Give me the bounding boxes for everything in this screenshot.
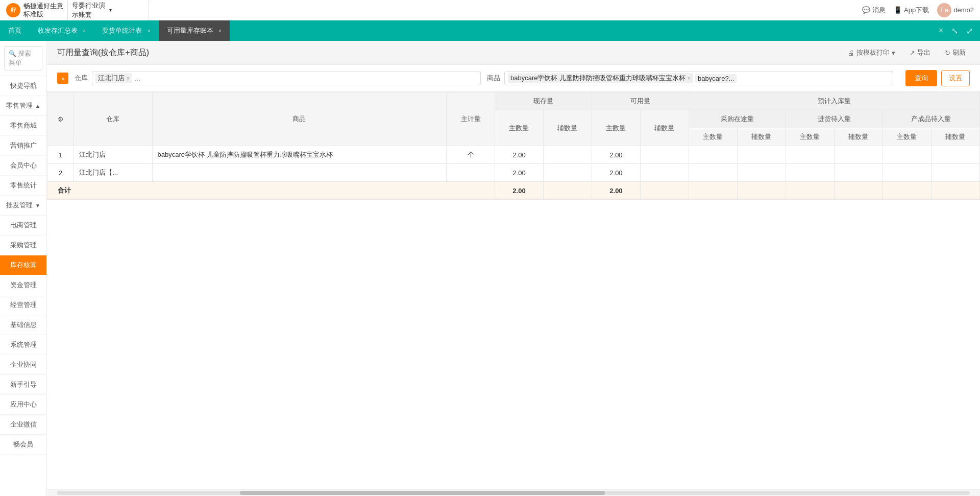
query-btn[interactable]: 查询 [905,70,937,86]
settings-column-header[interactable]: ⚙ [47,92,74,146]
sidebar-item-system-mgmt[interactable]: 系统管理 [0,335,46,355]
sidebar-item-member-club[interactable]: 畅会员 [0,435,46,455]
scrollbar-thumb[interactable] [240,491,605,495]
row-purchase-main-2 [689,164,737,182]
sidebar: 🔍 搜索菜单 快捷导航 零售管理 ▲ 零售商城 营销推广 会员中心 零售统计 批… [0,41,47,496]
horizontal-scrollbar[interactable] [47,489,980,496]
sidebar-item-member-center[interactable]: 会员中心 [0,156,46,176]
footer-label: 合计 [47,182,495,200]
footer-avail-aux [640,182,689,200]
row-incoming-main-2 [786,164,834,182]
sidebar-item-basic-info[interactable]: 基础信息 [0,315,46,335]
sidebar-item-app-center[interactable]: 应用中心 [0,395,46,415]
user-menu[interactable]: Ea demo2 [937,3,974,17]
warehouse-tag-container[interactable]: 江北门店 × … [92,71,481,85]
app-download-btn[interactable]: 📱 App下载 [894,6,929,15]
product-filter-label: 商品 [487,74,500,83]
footer-production-aux [931,182,979,200]
top-bar-right: 💬 消息 📱 App下载 Ea demo2 [862,3,974,17]
setting-btn[interactable]: 设置 [941,70,970,86]
tab-close-requisition[interactable]: × [147,28,150,34]
sidebar-item-finance-mgmt[interactable]: 资金管理 [0,275,46,295]
product-column-header: 商品 [152,92,446,146]
main-layout: 🔍 搜索菜单 快捷导航 零售管理 ▲ 零售商城 营销推广 会员中心 零售统计 批… [0,41,980,496]
table-wrapper: ⚙ 仓库 商品 主计量 现存量 可用量 预计入库量 主数量 辅数量 主数量 [47,92,980,489]
row-avail-main-2: 2.00 [592,164,640,182]
footer-purchase-main [689,182,737,200]
tab-maximize-btn[interactable]: ⤢ [963,24,976,38]
search-menu-btn[interactable]: 🔍 搜索菜单 [4,46,42,70]
sidebar-item-zero-sales-mgmt[interactable]: 零售管理 ▲ [0,96,46,116]
content-area: 可用量查询(按仓库+商品) 🖨 按模板打印 ▾ ↗ 导出 ↻ 刷新 [47,41,980,496]
store-selector[interactable]: 母婴行业演示账套 ▾ [67,0,149,21]
logo-area: 好 畅捷通好生意 标准版 [6,2,63,18]
sidebar-item-enterprise-wechat[interactable]: 企业微信 [0,415,46,435]
purchase-aux-qty-header: 辅数量 [737,128,786,146]
filter-actions: 查询 设置 [905,70,970,86]
footer-purchase-aux [737,182,786,200]
export-btn[interactable]: ↗ 导出 [905,46,935,59]
row-number-2: 2 [47,164,74,182]
sidebar-item-wholesale-mgmt[interactable]: 批发管理 ▼ [0,196,46,216]
planned-inbound-header: 预计入库量 [689,92,979,110]
row-product-1: babycare学饮杯 儿童防摔防撞吸管杯重力球吸嘴杯宝宝水杯 [152,146,446,164]
refresh-btn[interactable]: ↻ 刷新 [941,46,970,59]
tab-receive-send[interactable]: 收发存汇总表 × [30,20,94,41]
sidebar-item-inventory-check[interactable]: 库存核算 [0,255,46,275]
sidebar-item-enterprise-collab[interactable]: 企业协同 [0,355,46,375]
home-tab-label: 首页 [8,26,21,35]
warehouse-filter-group: 仓库 江北门店 × … [75,71,481,85]
product-tag-close-1[interactable]: × [688,76,691,81]
sidebar-item-ecommerce-mgmt[interactable]: 电商管理 [0,216,46,235]
logo-text: 畅捷通好生意 标准版 [23,2,63,18]
template-print-btn[interactable]: 🖨 按模板打印 ▾ [844,46,899,59]
row-product-2 [152,164,446,182]
tab-requisition[interactable]: 要货单统计表 × [94,20,158,41]
row-stock-aux-2 [543,164,592,182]
sidebar-item-zero-sales-stats[interactable]: 零售统计 [0,176,46,196]
footer-avail-main: 2.00 [592,182,640,200]
warehouse-filter-more[interactable]: … [134,75,141,82]
message-btn[interactable]: 💬 消息 [862,6,886,15]
scrollbar-track [57,491,970,495]
row-stock-main-2: 2.00 [495,164,544,182]
current-stock-header: 现存量 [495,92,592,110]
sidebar-item-new-guide[interactable]: 新手引导 [0,375,46,395]
tab-close-all-btn[interactable]: × [936,24,946,37]
row-avail-aux-1 [640,146,689,164]
refresh-icon: ↻ [945,49,950,57]
sidebar-item-quick-nav[interactable]: 快捷导航 [0,76,46,96]
warehouse-column-header: 仓库 [74,92,152,146]
print-icon: 🖨 [848,49,854,57]
main-unit-column-header: 主计量 [447,92,495,146]
footer-production-main [883,182,931,200]
row-unit-2 [447,164,495,182]
row-incoming-main-1 [786,146,834,164]
production-aux-qty-header: 辅数量 [931,128,979,146]
row-incoming-aux-2 [834,164,883,182]
sidebar-item-operations-mgmt[interactable]: 经营管理 [0,295,46,315]
tab-close-receive-send[interactable]: × [83,28,86,34]
filter-expand-btn[interactable]: » [57,73,68,84]
receive-send-tab-label: 收发存汇总表 [38,26,78,35]
footer-incoming-aux [834,182,883,200]
app-download-icon: 📱 [894,6,902,14]
row-incoming-aux-1 [834,146,883,164]
sidebar-item-zero-sales-mall[interactable]: 零售商城 [0,116,46,136]
logo-icon: 好 [6,3,20,17]
row-number-1: 1 [47,146,74,164]
table-row: 1 江北门店 babycare学饮杯 儿童防摔防撞吸管杯重力球吸嘴杯宝宝水杯 个… [47,146,980,164]
tab-home[interactable]: 首页 [0,20,30,41]
row-avail-main-1: 2.00 [592,146,640,164]
tab-available-stock[interactable]: 可用量库存账本 × [159,20,230,41]
filter-bar: » 仓库 江北门店 × … 商品 babycare学饮杯 儿童防摔防撞吸管杯重力… [47,65,980,92]
stock-aux-qty-header: 辅数量 [543,110,592,146]
sidebar-item-purchase-mgmt[interactable]: 采购管理 [0,235,46,255]
product-tag-container[interactable]: babycare学饮杯 儿童防摔防撞吸管杯重力球吸嘴杯宝宝水杯 × babyca… [504,71,893,85]
warehouse-tag-close-jiangbei[interactable]: × [127,76,130,81]
tab-minimize-btn[interactable]: ⤡ [948,24,961,38]
product-filter-group: 商品 babycare学饮杯 儿童防摔防撞吸管杯重力球吸嘴杯宝宝水杯 × bab… [487,71,893,85]
tab-close-available-stock[interactable]: × [218,28,222,34]
sidebar-item-marketing[interactable]: 营销推广 [0,136,46,156]
production-main-qty-header: 主数量 [883,128,931,146]
